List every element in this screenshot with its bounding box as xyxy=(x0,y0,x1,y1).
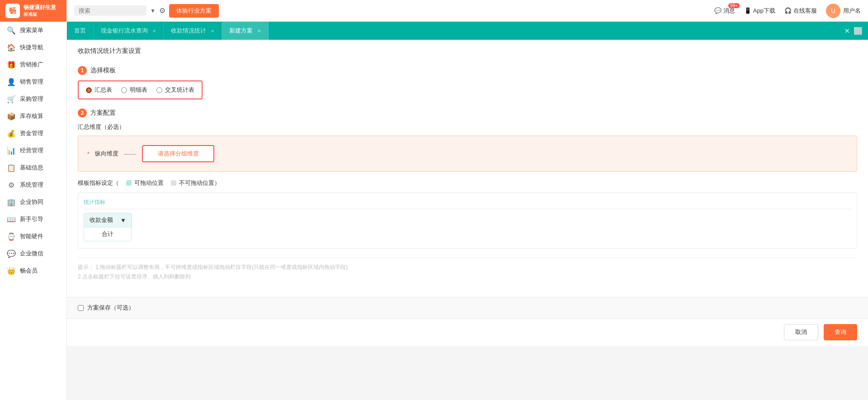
header-right: 💬 消息 99+ 📱 App下载 🎧 在线客服 U 用户名 xyxy=(714,4,861,18)
sidebar-item-purchase[interactable]: 🛒 采购管理 xyxy=(0,90,66,108)
dimension-grid: * 纵向维度 —— 请选择分组维度 xyxy=(78,136,857,172)
template-selection-box: 汇总表 明细表 交叉统计表 xyxy=(78,80,203,99)
step2-section: 2 方案配置 汇总维度（必选） * 纵向维度 —— 请选择分组维度 xyxy=(78,108,857,281)
sidebar-item-wechat[interactable]: 💬 企业微信 xyxy=(0,245,66,262)
sidebar-item-quick-nav[interactable]: 🏠 快捷导航 xyxy=(0,39,66,56)
step2-badge: 2 xyxy=(78,108,87,118)
sidebar-item-marketing[interactable]: 🎁 营销推广 xyxy=(0,56,66,73)
radio-group: 汇总表 明细表 交叉统计表 xyxy=(86,86,194,94)
box-icon: 📦 xyxy=(7,112,15,120)
radio-summary[interactable]: 汇总表 xyxy=(86,86,112,94)
indicator-col-header: 收款金额 ▼ xyxy=(84,213,132,227)
radio-cross-input[interactable] xyxy=(156,87,162,93)
sidebar-item-member[interactable]: 👑 畅会员 xyxy=(0,262,66,279)
sidebar-item-enterprise[interactable]: 🏢 企业协同 xyxy=(0,193,66,211)
close-collection-stats-icon[interactable]: ✕ xyxy=(211,28,214,33)
sidebar-item-search-menu[interactable]: 🔍 搜索菜单 xyxy=(0,22,66,39)
gear-button[interactable]: ⚙ xyxy=(159,6,165,15)
download-button[interactable]: 📱 App下载 xyxy=(744,7,775,15)
save-checkbox[interactable] xyxy=(78,305,84,311)
message-button[interactable]: 💬 消息 99+ xyxy=(714,7,735,15)
sidebar-item-guide[interactable]: 📖 新手引导 xyxy=(0,211,66,228)
hints-section: 提示： 1.拖动标题栏可以调整布局，不可跨维度或指标区域拖动栏目字段(只能在同一… xyxy=(78,258,857,281)
download-icon: 📱 xyxy=(744,7,751,14)
money-icon: 💰 xyxy=(7,129,15,137)
dimension-select-button[interactable]: 请选择分组维度 xyxy=(142,145,214,162)
dimension-label: 汇总维度（必选） xyxy=(78,123,857,131)
radio-detail-input[interactable] xyxy=(121,87,127,93)
cart-icon: 🛒 xyxy=(7,95,15,103)
user-icon: 👤 xyxy=(7,78,15,86)
step2-header: 2 方案配置 xyxy=(78,108,857,118)
radio-cross[interactable]: 交叉统计表 xyxy=(156,86,194,94)
service-button[interactable]: 🎧 在线客服 xyxy=(784,7,817,15)
crown-icon: 👑 xyxy=(7,267,15,275)
radio-summary-input[interactable] xyxy=(86,87,92,93)
sidebar: 畅 畅捷通好生意 标准版 🔍 搜索菜单 🏠 快捷导航 🎁 营销推广 👤 销售管理… xyxy=(0,0,67,400)
close-tab-button[interactable]: ✕ xyxy=(844,27,850,35)
indicator-total-row: 合计 xyxy=(84,227,132,241)
message-icon: 💬 xyxy=(714,7,722,14)
dimension-row: * 纵向维度 —— 请选择分组维度 xyxy=(87,145,214,162)
avatar: U xyxy=(826,4,840,18)
page-container: 收款情况统计方案设置 1 选择模板 汇总表 明细表 xyxy=(67,40,868,297)
step1-header: 1 选择模板 xyxy=(78,66,857,75)
step2-title: 方案配置 xyxy=(90,109,116,117)
clipboard-icon: 📋 xyxy=(7,164,15,172)
settings-icon: ⚙ xyxy=(7,181,15,189)
fixed-dot xyxy=(171,180,176,186)
dropdown-arrow-icon[interactable]: ▼ xyxy=(120,217,126,224)
tab-bar-controls: ✕ ⬜ xyxy=(839,22,868,40)
indicators-header-label: 模板指标设定（ xyxy=(78,179,119,187)
sidebar-item-inventory[interactable]: 📦 库存核算 xyxy=(0,108,66,125)
draggable-legend: 可拖动位置 xyxy=(126,179,164,187)
sidebar-item-basic-info[interactable]: 📋 基础信息 xyxy=(0,159,66,176)
main-area: ▼ ⚙ 体验行业方案 💬 消息 99+ 📱 App下载 🎧 在线客服 U 用户名 xyxy=(67,0,868,400)
footer-bar: 取消 查询 xyxy=(67,318,868,346)
stats-indicator-label: 统计指标 xyxy=(84,198,851,209)
book-icon: 📖 xyxy=(7,215,15,223)
query-button[interactable]: 查询 xyxy=(824,324,857,340)
top-header: ▼ ⚙ 体验行业方案 💬 消息 99+ 📱 App下载 🎧 在线客服 U 用户名 xyxy=(67,0,868,22)
maximize-button[interactable]: ⬜ xyxy=(854,27,863,35)
save-label: 方案保存（可选） xyxy=(87,304,134,312)
logo-icon: 畅 xyxy=(5,4,20,18)
cancel-button[interactable]: 取消 xyxy=(784,324,818,340)
watch-icon: ⌚ xyxy=(7,232,15,240)
dimension-section: 汇总维度（必选） * 纵向维度 —— 请选择分组维度 xyxy=(78,123,857,172)
tab-bank-flow[interactable]: 现金银行流水查询 ✕ xyxy=(94,22,164,40)
close-new-plan-icon[interactable]: ✕ xyxy=(257,28,261,33)
search-input[interactable] xyxy=(74,5,146,16)
building-icon: 🏢 xyxy=(7,198,15,206)
tab-home[interactable]: 首页 xyxy=(67,22,94,40)
content-area: 收款情况统计方案设置 1 选择模板 汇总表 明细表 xyxy=(67,40,868,400)
user-info: U 用户名 xyxy=(826,4,861,18)
search-icon: 🔍 xyxy=(7,26,15,34)
close-bank-flow-icon[interactable]: ✕ xyxy=(152,28,156,33)
sidebar-logo: 畅 畅捷通好生意 标准版 xyxy=(0,0,66,22)
sidebar-item-operations[interactable]: 📊 经营管理 xyxy=(0,142,66,159)
indicators-header: 模板指标设定（ 可拖动位置 不可拖动位置） xyxy=(78,179,857,187)
step1-title: 选择模板 xyxy=(90,66,116,75)
step1-section: 1 选择模板 汇总表 明细表 xyxy=(78,66,857,99)
sidebar-item-sales[interactable]: 👤 销售管理 xyxy=(0,73,66,90)
sidebar-item-system[interactable]: ⚙ 系统管理 xyxy=(0,176,66,193)
draggable-dot xyxy=(126,180,132,186)
indicators-section: 模板指标设定（ 可拖动位置 不可拖动位置） 统计指标 xyxy=(78,179,857,249)
gift-icon: 🎁 xyxy=(7,61,15,69)
dropdown-button[interactable]: ▼ xyxy=(150,8,156,14)
home-icon: 🏠 xyxy=(7,43,15,52)
radio-detail[interactable]: 明细表 xyxy=(121,86,147,94)
chart-icon: 📊 xyxy=(7,146,15,155)
fixed-legend: 不可拖动位置） xyxy=(171,179,220,187)
tab-bar-spacer xyxy=(269,22,839,40)
sidebar-item-smart-hardware[interactable]: ⌚ 智能硬件 xyxy=(0,228,66,245)
sidebar-item-finance[interactable]: 💰 资金管理 xyxy=(0,125,66,142)
tab-collection-stats[interactable]: 收款情况统计 ✕ xyxy=(164,22,222,40)
required-mark: * xyxy=(87,151,90,157)
tab-new-plan[interactable]: 新建方案 ✕ xyxy=(222,22,269,40)
hint-1: 提示： 1.拖动标题栏可以调整布局，不可跨维度或指标区域拖动栏目字段(只能在同一… xyxy=(78,264,857,271)
page-title: 收款情况统计方案设置 xyxy=(78,47,857,59)
trial-button[interactable]: 体验行业方案 xyxy=(169,4,219,18)
arrow-icon: —— xyxy=(124,150,137,157)
